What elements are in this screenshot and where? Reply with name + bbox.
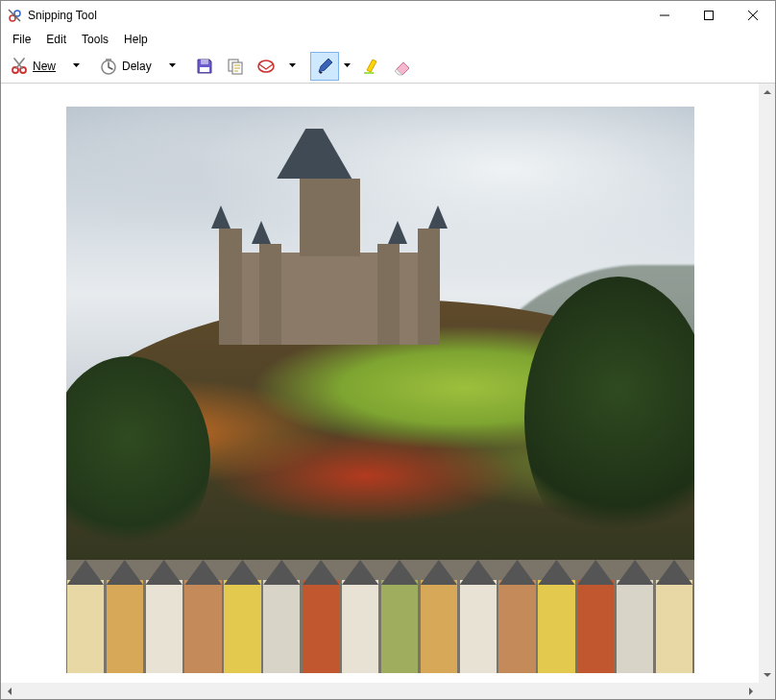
window-title: Snipping Tool: [28, 9, 97, 22]
svg-rect-6: [201, 60, 208, 64]
menu-edit[interactable]: Edit: [38, 31, 74, 48]
send-button[interactable]: [252, 52, 280, 81]
captured-image: [66, 107, 694, 673]
send-dropdown[interactable]: [282, 52, 301, 81]
maximize-button[interactable]: [687, 1, 731, 30]
floppy-icon: [195, 57, 214, 76]
svg-rect-7: [200, 67, 209, 72]
chevron-down-icon: [344, 62, 351, 69]
scroll-track-v[interactable]: [759, 100, 775, 666]
pen-icon: [315, 57, 334, 76]
scroll-up-button[interactable]: [759, 84, 775, 100]
envelope-icon: [256, 57, 276, 76]
scroll-corner: [759, 683, 775, 699]
app-icon: [7, 8, 22, 23]
vertical-scrollbar[interactable]: [759, 84, 775, 683]
horizontal-scrollbar[interactable]: [1, 683, 759, 699]
svg-point-10: [258, 60, 274, 72]
new-dropdown[interactable]: [66, 52, 85, 81]
eraser-icon: [393, 57, 412, 76]
menu-tools[interactable]: Tools: [74, 31, 116, 48]
new-label: New: [33, 60, 56, 73]
save-button[interactable]: [190, 52, 219, 81]
title-bar: Snipping Tool: [1, 1, 775, 30]
clock-icon: [99, 57, 118, 76]
chevron-down-icon: [764, 671, 771, 679]
copy-button[interactable]: [221, 52, 250, 81]
svg-rect-2: [705, 12, 714, 20]
highlighter-button[interactable]: [357, 52, 386, 81]
scroll-down-button[interactable]: [759, 666, 775, 683]
chevron-right-icon: [747, 688, 755, 695]
pen-dropdown[interactable]: [341, 52, 355, 81]
chevron-down-icon: [169, 62, 176, 69]
menu-file[interactable]: File: [5, 31, 38, 48]
chevron-left-icon: [6, 688, 13, 695]
content-area: [1, 84, 775, 699]
scroll-left-button[interactable]: [1, 683, 17, 699]
svg-rect-11: [364, 72, 374, 74]
copy-icon: [226, 57, 245, 76]
scroll-track-h[interactable]: [17, 683, 742, 699]
scissors-icon: [10, 57, 29, 76]
chevron-down-icon: [289, 62, 296, 69]
delay-label: Delay: [122, 60, 152, 73]
chevron-down-icon: [73, 62, 80, 69]
delay-button[interactable]: Delay: [94, 52, 160, 81]
new-button[interactable]: New: [5, 52, 64, 81]
toolbar: New Delay: [1, 49, 775, 84]
close-button[interactable]: [731, 1, 775, 30]
eraser-button[interactable]: [388, 52, 417, 81]
delay-dropdown[interactable]: [162, 52, 181, 81]
menu-bar: File Edit Tools Help: [1, 30, 775, 49]
minimize-button[interactable]: [643, 1, 687, 30]
snip-canvas[interactable]: [1, 84, 759, 683]
pen-button[interactable]: [310, 52, 339, 81]
highlighter-icon: [362, 57, 381, 76]
menu-help[interactable]: Help: [116, 31, 156, 48]
chevron-up-icon: [764, 88, 771, 96]
scroll-right-button[interactable]: [742, 683, 759, 699]
